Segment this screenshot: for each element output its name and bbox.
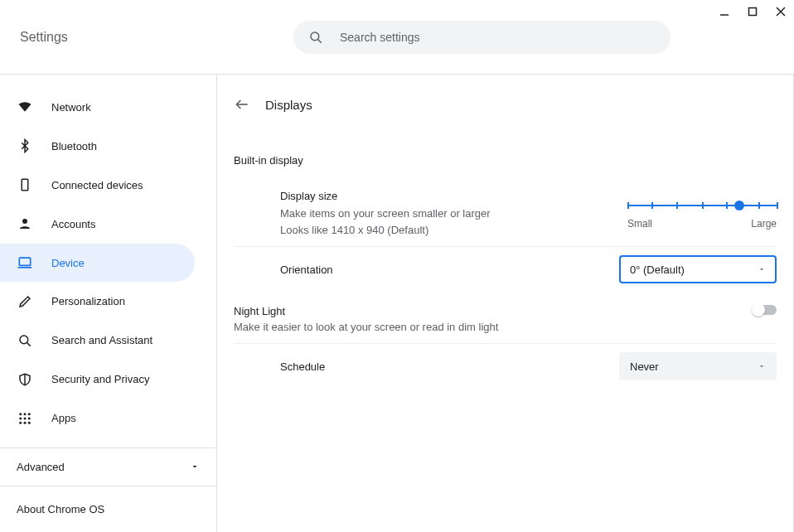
window-maximize-icon[interactable]: [746, 5, 759, 18]
sidebar-item-bluetooth[interactable]: Bluetooth: [0, 127, 195, 166]
about-label: About Chrome OS: [17, 503, 104, 515]
sidebar-item-connected-devices[interactable]: Connected devices: [0, 166, 195, 205]
orientation-value: 0° (Default): [630, 264, 685, 276]
display-size-sub1: Make items on your screen smaller or lar…: [280, 206, 611, 222]
search-input[interactable]: [338, 30, 656, 45]
svg-point-7: [22, 219, 27, 224]
chevron-down-icon: [190, 462, 200, 472]
sidebar-item-label: Security and Privacy: [51, 373, 150, 385]
svg-point-20: [28, 421, 31, 423]
display-size-sub2: Looks like 1410 x 940 (Default): [280, 222, 611, 239]
sidebar-item-label: Device: [51, 257, 85, 269]
svg-rect-6: [22, 179, 28, 191]
schedule-value: Never: [630, 360, 659, 373]
sidebar-item-network[interactable]: Network: [0, 88, 195, 127]
search-icon: [308, 30, 323, 45]
search-icon: [17, 332, 33, 349]
person-icon: [17, 215, 33, 232]
slider-small-label: Small: [627, 218, 652, 230]
pencil-icon: [17, 293, 33, 310]
bluetooth-icon: [17, 138, 33, 154]
app-header: Settings: [0, 0, 794, 75]
svg-line-11: [27, 342, 31, 346]
sidebar-item-label: Network: [51, 101, 91, 114]
apps-grid-icon: [17, 410, 33, 427]
svg-point-16: [24, 417, 27, 419]
shield-icon: [17, 371, 33, 388]
svg-point-17: [28, 417, 31, 419]
night-light-toggle[interactable]: [753, 305, 777, 315]
orientation-select[interactable]: 0° (Default): [619, 255, 777, 283]
sidebar-about[interactable]: About Chrome OS: [0, 486, 216, 532]
page-title: Displays: [265, 98, 312, 112]
sidebar-item-device[interactable]: Device: [0, 244, 195, 283]
sidebar-item-label: Bluetooth: [51, 140, 97, 152]
sidebar-item-label: Connected devices: [51, 179, 143, 191]
sidebar-item-label: Search and Assistant: [51, 334, 153, 346]
caret-down-icon: [758, 265, 766, 273]
sidebar-item-accounts[interactable]: Accounts: [0, 205, 195, 244]
sidebar-item-search-assistant[interactable]: Search and Assistant: [0, 321, 195, 360]
display-size-slider[interactable]: [627, 198, 777, 213]
wifi-icon: [17, 99, 33, 115]
night-light-title: Night Light: [234, 305, 753, 317]
svg-point-19: [24, 421, 27, 423]
app-title: Settings: [20, 30, 293, 45]
orientation-title: Orientation: [280, 264, 333, 276]
sidebar-advanced-toggle[interactable]: Advanced: [0, 447, 216, 486]
sidebar-item-security-privacy[interactable]: Security and Privacy: [0, 360, 195, 399]
main-content: Displays Built-in display Display size M…: [217, 75, 794, 532]
slider-thumb[interactable]: [734, 201, 744, 210]
svg-point-15: [19, 417, 22, 419]
sidebar-item-label: Accounts: [51, 218, 95, 230]
sidebar-item-label: Apps: [51, 412, 76, 424]
display-size-title: Display size: [280, 190, 611, 202]
svg-rect-1: [749, 8, 757, 16]
phone-icon: [17, 177, 33, 193]
svg-point-4: [311, 32, 319, 41]
schedule-select[interactable]: Never: [619, 352, 777, 380]
laptop-icon: [17, 254, 33, 271]
sidebar-item-label: Personalization: [51, 295, 125, 307]
svg-rect-8: [19, 258, 30, 265]
window-minimize-icon[interactable]: [718, 5, 731, 18]
svg-point-10: [20, 336, 28, 344]
row-schedule: Schedule Never: [234, 343, 777, 389]
night-light-sub: Make it easier to look at your screen or…: [234, 321, 753, 333]
svg-point-18: [19, 421, 22, 423]
row-orientation: Orientation 0° (Default): [234, 246, 777, 292]
schedule-title: Schedule: [280, 360, 325, 373]
sidebar-item-apps[interactable]: Apps: [0, 399, 195, 438]
sidebar-item-personalization[interactable]: Personalization: [0, 282, 195, 321]
sidebar: Network Bluetooth Connected devices Acco…: [0, 75, 217, 532]
svg-point-12: [19, 413, 22, 415]
svg-point-14: [28, 413, 31, 415]
search-bar[interactable]: [293, 21, 671, 54]
caret-down-icon: [758, 362, 766, 370]
advanced-label: Advanced: [17, 461, 65, 473]
window-close-icon[interactable]: [774, 5, 787, 18]
section-built-in-display: Built-in display: [234, 154, 777, 167]
slider-large-label: Large: [751, 218, 777, 230]
svg-line-5: [318, 39, 322, 42]
back-button[interactable]: [234, 96, 250, 113]
row-display-size: Display size Make items on your screen s…: [234, 181, 777, 246]
row-night-light: Night Light Make it easier to look at yo…: [234, 300, 777, 343]
svg-point-13: [24, 413, 27, 415]
